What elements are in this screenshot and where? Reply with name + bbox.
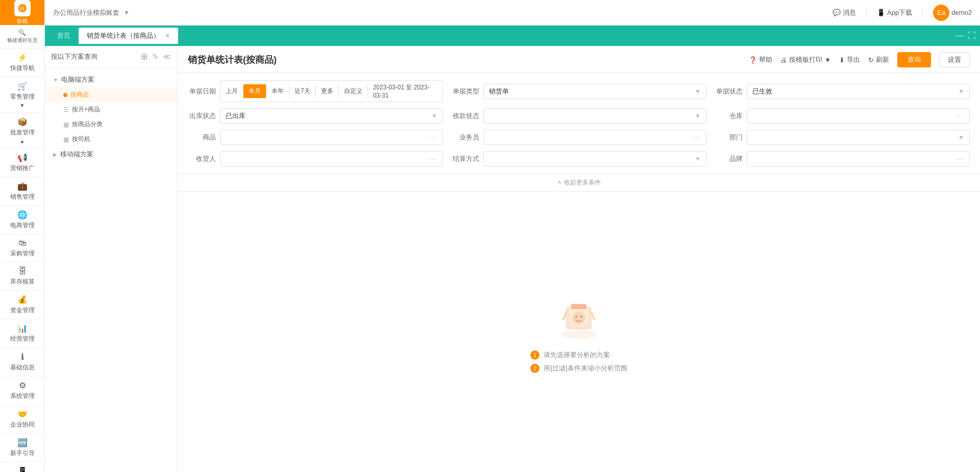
date-more[interactable]: 更多 xyxy=(316,84,339,98)
filter-warehouse: 仓库 ··· xyxy=(715,108,970,124)
tab-sales-report-label: 销货单统计表（按商品） xyxy=(87,31,160,40)
tab-home-label: 首页 xyxy=(57,31,70,40)
tree-sub-item-by-month-goods[interactable]: ☰ 按月+商品 xyxy=(45,102,177,117)
date-7days[interactable]: 近7天 xyxy=(289,84,316,98)
help-action[interactable]: ❓ 帮助 xyxy=(749,55,772,64)
sidebar-item-inventory[interactable]: 🗄 库存核算 xyxy=(0,263,44,291)
payment-status-label: 收款状态 xyxy=(451,111,479,121)
header-right: 💬 消息 📱 App下载 Ea demo2 xyxy=(832,5,972,21)
main-area: 办公用品行业模拟账套 ▼ 💬 消息 📱 App下载 Ea demo2 xyxy=(45,0,980,472)
svg-rect-8 xyxy=(571,304,586,309)
out-status-arrow: ▼ xyxy=(431,112,437,120)
add-scheme-icon[interactable]: ⊕ xyxy=(140,51,148,62)
retail-label: 零售管理 xyxy=(10,92,35,101)
sidebar-item-wholesale[interactable]: 📦 批发管理 ▲ xyxy=(0,113,44,149)
collapse-label: 收起更多条件 xyxy=(564,179,601,186)
collapse-button[interactable]: ∧ 收起更多条件 xyxy=(178,174,980,192)
ecommerce-icon: 🌐 xyxy=(17,210,28,220)
sidebar-item-ecommerce[interactable]: 🌐 电商管理 xyxy=(0,206,44,234)
filter-settlement: 结算方式 ▼ xyxy=(451,151,706,167)
tree-sub-item-by-goods[interactable]: 按商品 xyxy=(45,87,177,102)
warehouse-input[interactable]: ··· xyxy=(747,108,970,124)
tab-maximize-icon[interactable]: ⛶ xyxy=(968,31,976,40)
filter-bill-status: 单据状态 已生效 ▼ xyxy=(715,84,970,99)
search-menu[interactable]: 🔍 畅捷通好生意 xyxy=(0,25,44,49)
message-item[interactable]: 💬 消息 xyxy=(832,8,856,17)
sidebar-item-purchase[interactable]: 🛍 采购管理 xyxy=(0,234,44,263)
sidebar-item-operations[interactable]: 📊 经营管理 xyxy=(0,319,44,348)
wholesale-icon: 📦 xyxy=(17,117,28,127)
avatar-text: Ea xyxy=(937,9,945,16)
date-range-value[interactable]: 2023-03-01 至 2023-03-31 xyxy=(368,81,443,102)
sidebar-item-appcenter[interactable]: 📱 应用中心 xyxy=(0,462,44,472)
department-arrow: ▼ xyxy=(958,134,964,141)
download-icon: 📱 xyxy=(877,9,885,16)
date-this-year[interactable]: 本年 xyxy=(266,84,289,98)
tree-sub-item-by-driver[interactable]: ▦ 按司机 xyxy=(45,132,177,147)
purchase-icon: 🛍 xyxy=(18,239,27,248)
date-custom[interactable]: 自定义 xyxy=(339,84,368,98)
sidebar-item-newguide[interactable]: 🆕 新手引导 xyxy=(0,434,44,462)
goods-input[interactable]: ··· xyxy=(220,130,443,145)
export-action[interactable]: ⬇ 导出 xyxy=(839,55,860,64)
enterprise-label: 企业协同 xyxy=(10,420,35,429)
sidebar-item-enterprise[interactable]: 🤝 企业协同 xyxy=(0,405,44,434)
settlement-label: 结算方式 xyxy=(451,154,479,163)
tab-bar-right: — ⛶ xyxy=(955,31,976,40)
app-download-label: App下载 xyxy=(887,8,912,17)
recipient-input[interactable]: ··· xyxy=(220,151,443,167)
by-category-label: 按商品分类 xyxy=(72,120,103,129)
date-filter: 上月 本月 本年 近7天 更多 自定义 2023-03-01 至 2023-03… xyxy=(220,80,443,102)
tab-bar: 首页 销货单统计表（按商品） ✕ — ⛶ xyxy=(45,26,980,46)
wholesale-label: 批发管理 xyxy=(10,128,35,137)
bill-type-select[interactable]: 销货单 ▼ xyxy=(483,84,706,99)
settlement-select[interactable]: ▼ xyxy=(483,151,706,167)
sidebar-item-quicknav[interactable]: ⚡ 快捷导航 xyxy=(0,49,44,77)
tree-item-mobile[interactable]: ▶ 移动端方案 xyxy=(45,147,177,162)
left-panel-header: 按以下方案查询 ⊕ ✎ ≪ xyxy=(45,46,177,68)
brand-input[interactable]: ··· xyxy=(747,151,970,167)
filter-area: 单据日期 上月 本月 本年 近7天 更多 自定义 2023-03-01 至 20… xyxy=(178,73,980,174)
sidebar-item-marketing[interactable]: 📢 营销推广 xyxy=(0,149,44,177)
tab-close-icon[interactable]: ✕ xyxy=(165,32,170,39)
app-download-item[interactable]: 📱 App下载 xyxy=(877,8,912,17)
tree-item-pc[interactable]: ▼ 电脑端方案 xyxy=(45,72,177,87)
filter-date: 单据日期 上月 本月 本年 近7天 更多 自定义 2023-03-01 至 20… xyxy=(188,80,443,102)
date-this-month[interactable]: 本月 xyxy=(243,84,266,98)
left-panel: 按以下方案查询 ⊕ ✎ ≪ ▼ 电脑端方案 按商品 xyxy=(45,46,178,472)
sidebar-item-system[interactable]: ⚙ 系统管理 xyxy=(0,376,44,405)
salesperson-input[interactable]: ··· xyxy=(483,130,706,145)
refresh-action[interactable]: ↻ 刷新 xyxy=(868,55,889,64)
payment-status-select[interactable]: ▼ xyxy=(483,108,706,124)
tab-minimize-icon[interactable]: — xyxy=(955,31,964,40)
sidebar-item-retail[interactable]: 🛒 零售管理 ▼ xyxy=(0,77,44,113)
edit-scheme-icon[interactable]: ✎ xyxy=(152,52,159,61)
sidebar-item-basicinfo[interactable]: ℹ 基础信息 xyxy=(0,348,44,376)
sidebar-item-sales[interactable]: 💼 销售管理 xyxy=(0,177,44,206)
filter-salesperson: 业务员 ··· xyxy=(451,130,706,145)
inventory-label: 库存核算 xyxy=(10,277,35,286)
date-last-month[interactable]: 上月 xyxy=(220,84,243,98)
workspace-dropdown[interactable]: ▼ xyxy=(124,9,130,16)
tab-sales-report[interactable]: 销货单统计表（按商品） ✕ xyxy=(79,28,178,44)
department-select[interactable]: ▼ xyxy=(747,130,970,145)
divider2 xyxy=(922,9,923,16)
filter-recipient: 收货人 ··· xyxy=(188,151,443,167)
collapse-left-icon[interactable]: ≪ xyxy=(163,52,171,61)
tree-sub-item-by-category[interactable]: ▦ 按商品分类 xyxy=(45,117,177,132)
sidebar-item-finance[interactable]: 💰 资金管理 xyxy=(0,291,44,319)
recipient-dots: ··· xyxy=(428,155,437,163)
setting-button[interactable]: 设置 xyxy=(939,52,970,67)
tree-section: ▼ 电脑端方案 按商品 ☰ 按月+商品 ▦ 按商品分类 ▦ xyxy=(45,68,177,166)
filter-row-4: 收货人 ··· 结算方式 ▼ 品牌 xyxy=(188,151,970,167)
user-item[interactable]: Ea demo2 xyxy=(933,5,972,21)
bill-status-select[interactable]: 已生效 ▼ xyxy=(747,84,970,99)
print-action[interactable]: 🖨 按模板打印 ▼ xyxy=(780,55,831,64)
tip2-text: 用[过滤]条件来缩小分析范围 xyxy=(544,364,627,373)
out-status-select[interactable]: 已出库 ▼ xyxy=(220,108,443,124)
tip1-num: 1 xyxy=(530,350,540,360)
date-label: 单据日期 xyxy=(188,87,216,96)
query-button[interactable]: 查询 xyxy=(897,52,931,67)
tab-home[interactable]: 首页 xyxy=(49,28,79,44)
system-label: 系统管理 xyxy=(10,392,35,400)
